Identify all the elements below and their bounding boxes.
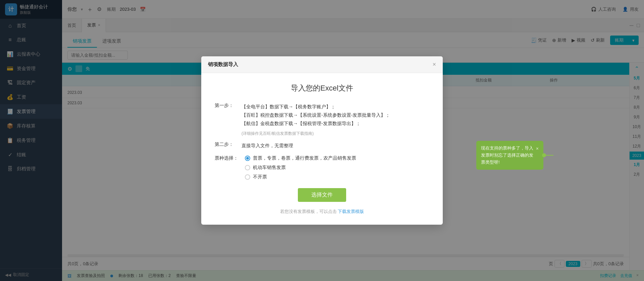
tooltip-line	[546, 155, 553, 156]
step2-content: 直接导入文件，无需整理	[241, 142, 429, 150]
modal-body: 导入您的Excel文件 第一步： 【全电平台】数据下载→【税务数字账户】； 【百…	[201, 73, 443, 225]
radio-no-ticket[interactable]: 不开票	[245, 174, 356, 180]
step1-label: 第一步：	[215, 103, 241, 138]
radio-normal[interactable]: 普票，专票，卷票，通行费发票，农产品销售发票	[245, 155, 356, 161]
tooltip-dot	[542, 153, 546, 157]
download-template-link[interactable]: 下载发票模版	[338, 209, 364, 214]
radio-group: 普票，专票，卷票，通行费发票，农产品销售发票 机动车销售发票 不开票	[241, 155, 356, 180]
step1-guide-link[interactable]: (详细操作见百旺/航信发票数据下载指南)	[241, 131, 314, 136]
radio-circle-vehicle	[245, 165, 250, 170]
modal-footer: 若您没有发票模板，可以点击 下载发票模版	[215, 209, 429, 215]
modal-header: 销项数据导入 ×	[201, 56, 443, 73]
step2-row: 第二步： 直接导入文件，无需整理	[215, 142, 429, 150]
modal-title: 销项数据导入	[208, 61, 238, 68]
radio-circle-no-ticket	[245, 174, 250, 180]
select-file-button[interactable]: 选择文件	[298, 188, 346, 202]
modal-overlay: 销项数据导入 × 导入您的Excel文件 第一步： 【全电平台】数据下载→【税务…	[0, 0, 644, 281]
tooltip-close-btn[interactable]: ×	[536, 145, 539, 152]
radio-vehicle-label: 机动车销售发票	[253, 165, 286, 171]
tooltip-box: × 现在支持的票种多了，导入发票时别忘了选择正确的发票类型呀!	[476, 141, 543, 170]
radio-dot-normal	[246, 157, 249, 160]
tooltip-text: 现在支持的票种多了，导入发票时别忘了选择正确的发票类型呀!	[481, 146, 533, 165]
step1-line3: 【航信】金税盘数据下载→【报税管理-发票数据导出】；	[241, 119, 429, 128]
step1-content: 【全电平台】数据下载→【税务数字账户】； 【百旺】税控盘数据下载→【系统设置-系…	[241, 103, 429, 138]
radio-circle-normal	[245, 156, 250, 161]
radio-vehicle[interactable]: 机动车销售发票	[245, 165, 356, 171]
import-modal: 销项数据导入 × 导入您的Excel文件 第一步： 【全电平台】数据下载→【税务…	[201, 56, 443, 225]
ticket-row: 票种选择： 普票，专票，卷票，通行费发票，农产品销售发票 机动车销售发票	[215, 155, 429, 180]
step1-link-container: (详细操作见百旺/航信发票数据下载指南)	[241, 129, 429, 137]
step1-row: 第一步： 【全电平台】数据下载→【税务数字账户】； 【百旺】税控盘数据下载→【系…	[215, 103, 429, 138]
step1-line1: 【全电平台】数据下载→【税务数字账户】；	[241, 103, 429, 111]
step1-line2: 【百旺】税控盘数据下载→【系统设置-系统参数设置-发票批量导入】；	[241, 111, 429, 119]
modal-close-button[interactable]: ×	[432, 61, 436, 68]
modal-main-title: 导入您的Excel文件	[215, 83, 429, 93]
ticket-label: 票种选择：	[215, 155, 241, 161]
radio-no-ticket-label: 不开票	[253, 174, 267, 180]
modal-footer-text: 若您没有发票模板，可以点击	[280, 209, 337, 214]
radio-normal-label: 普票，专票，卷票，通行费发票，农产品销售发票	[253, 155, 356, 161]
step2-label: 第二步：	[215, 142, 241, 150]
